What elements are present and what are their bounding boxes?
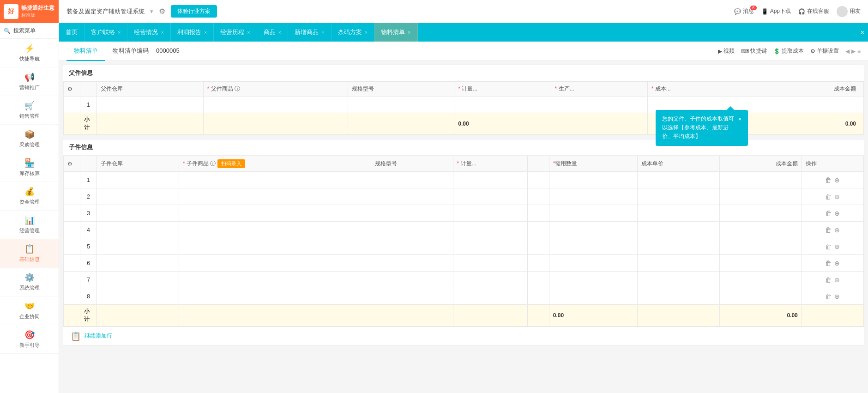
- copy-icon[interactable]: ⊕: [834, 260, 840, 267]
- copy-icon[interactable]: ⊕: [834, 193, 840, 200]
- child-quantity-cell[interactable]: [549, 288, 637, 305]
- search-menu-item[interactable]: 🔍 搜索菜单: [0, 23, 59, 39]
- child-spec-cell[interactable]: [371, 255, 453, 272]
- tab-bom-close[interactable]: ×: [408, 30, 410, 35]
- tab-barcode[interactable]: 条码方案 ×: [332, 23, 374, 42]
- child-spec-cell[interactable]: [371, 205, 453, 222]
- child-unit-cost-cell[interactable]: [637, 255, 719, 272]
- user-menu[interactable]: 用友: [837, 6, 861, 17]
- delete-icon[interactable]: 🗑: [825, 276, 832, 284]
- delete-icon[interactable]: 🗑: [825, 260, 832, 267]
- parent-unit-cell[interactable]: [454, 97, 551, 113]
- child-unit-cell[interactable]: [453, 222, 528, 238]
- delete-icon[interactable]: 🗑: [825, 243, 832, 250]
- child-unit-cell[interactable]: [453, 205, 528, 222]
- next-arrow[interactable]: ▶: [851, 48, 856, 54]
- tooltip-close-btn[interactable]: ×: [738, 115, 741, 124]
- child-quantity-cell[interactable]: [549, 205, 637, 222]
- copy-icon[interactable]: ⊕: [834, 276, 840, 284]
- copy-icon[interactable]: ⊕: [834, 176, 840, 184]
- tab-barcode-close[interactable]: ×: [365, 30, 368, 35]
- child-product-cell[interactable]: [179, 238, 371, 255]
- child-unit-cost-cell[interactable]: [637, 188, 719, 205]
- add-row-text[interactable]: 继续添加行: [84, 332, 112, 340]
- copy-icon[interactable]: ⊕: [834, 293, 840, 300]
- sidebar-item-inventory[interactable]: 🏪 库存核算: [0, 153, 59, 182]
- sidebar-item-guide[interactable]: 🎯 新手引导: [0, 325, 59, 354]
- child-spec-cell[interactable]: [371, 188, 453, 205]
- tab-process[interactable]: 经营历程 ×: [214, 23, 257, 42]
- child-product-cell[interactable]: [179, 172, 371, 188]
- child-warehouse-cell[interactable]: [97, 238, 179, 255]
- nav-tabs-end[interactable]: ×: [857, 23, 868, 42]
- child-product-cell[interactable]: [179, 272, 371, 288]
- child-warehouse-cell[interactable]: [97, 188, 179, 205]
- child-warehouse-cell[interactable]: [97, 172, 179, 188]
- child-quantity-cell[interactable]: [549, 222, 637, 238]
- tab-goods-close[interactable]: ×: [278, 30, 281, 35]
- settings-icon[interactable]: ⚙: [159, 7, 165, 16]
- child-product-cell[interactable]: [179, 255, 371, 272]
- sub-tab-bom-code[interactable]: 物料清单编码 0000005: [105, 42, 187, 61]
- sidebar-item-operations[interactable]: 📊 经营管理: [0, 211, 59, 239]
- child-quantity-cell[interactable]: [549, 272, 637, 288]
- doc-settings-btn[interactable]: ⚙ 单据设置: [810, 47, 839, 55]
- sidebar-item-quick-nav[interactable]: ⚡ 快捷导航: [0, 39, 59, 67]
- child-spec-cell[interactable]: [371, 172, 453, 188]
- child-unit-cell[interactable]: [453, 238, 528, 255]
- child-warehouse-cell[interactable]: [97, 288, 179, 305]
- child-product-cell[interactable]: [179, 205, 371, 222]
- sidebar-item-marketing[interactable]: 📢 营销推广: [0, 67, 59, 96]
- delete-icon[interactable]: 🗑: [825, 176, 832, 184]
- child-warehouse-cell[interactable]: [97, 272, 179, 288]
- child-product-cell[interactable]: [179, 188, 371, 205]
- list-icon[interactable]: ≡: [857, 48, 861, 54]
- sidebar-item-system[interactable]: ⚙️ 系统管理: [0, 268, 59, 296]
- tab-customers[interactable]: 客户联络 ×: [84, 23, 127, 42]
- tab-home[interactable]: 首页: [59, 23, 84, 42]
- child-unit-cell[interactable]: [453, 272, 528, 288]
- child-unit-cost-cell[interactable]: [637, 288, 719, 305]
- view-btn[interactable]: ▶ 视频: [718, 47, 735, 55]
- delete-icon[interactable]: 🗑: [825, 193, 832, 200]
- child-unit-cost-cell[interactable]: [637, 272, 719, 288]
- tab-operations-status[interactable]: 经营情况 ×: [127, 23, 170, 42]
- app-download-btn[interactable]: 📱 App下载: [761, 7, 791, 15]
- child-quantity-cell[interactable]: [549, 255, 637, 272]
- child-unit-cost-cell[interactable]: [637, 205, 719, 222]
- extract-cost-btn[interactable]: 💲 提取成本: [773, 47, 804, 55]
- tab-profit[interactable]: 利润报告 ×: [171, 23, 214, 42]
- sidebar-item-enterprise[interactable]: 🤝 企业协同: [0, 296, 59, 325]
- sidebar-item-purchase[interactable]: 📦 采购管理: [0, 125, 59, 153]
- parent-production-cell[interactable]: [551, 97, 647, 113]
- th-child-settings[interactable]: ⚙: [64, 156, 80, 172]
- tab-bom[interactable]: 物料清单 ×: [374, 23, 417, 42]
- child-unit-cell[interactable]: [453, 255, 528, 272]
- online-service-btn[interactable]: 🎧 在线客服: [798, 7, 829, 15]
- delete-icon[interactable]: 🗑: [825, 210, 832, 217]
- child-unit-cell[interactable]: [453, 288, 528, 305]
- tab-new-goods[interactable]: 新增商品 ×: [288, 23, 331, 42]
- tab-goods[interactable]: 商品 ×: [257, 23, 288, 42]
- copy-icon[interactable]: ⊕: [834, 210, 840, 217]
- dropdown-icon[interactable]: ▾: [150, 8, 153, 15]
- tab-process-close[interactable]: ×: [247, 30, 250, 35]
- delete-icon[interactable]: 🗑: [825, 226, 832, 234]
- child-quantity-cell[interactable]: [549, 238, 637, 255]
- parent-spec-cell[interactable]: [348, 97, 454, 113]
- child-product-cell[interactable]: [179, 288, 371, 305]
- sidebar-item-basic-info[interactable]: 📋 基础信息: [0, 239, 59, 268]
- child-unit-cost-cell[interactable]: [637, 172, 719, 188]
- parent-warehouse-cell[interactable]: [97, 97, 204, 113]
- copy-icon[interactable]: ⊕: [834, 243, 840, 250]
- tab-profit-close[interactable]: ×: [204, 30, 207, 35]
- child-warehouse-cell[interactable]: [97, 205, 179, 222]
- child-unit-cost-cell[interactable]: [637, 222, 719, 238]
- tab-operations-close[interactable]: ×: [161, 30, 163, 35]
- sidebar-item-finance[interactable]: 💰 资金管理: [0, 182, 59, 211]
- th-settings[interactable]: ⚙: [64, 82, 80, 97]
- parent-product-cell[interactable]: [203, 97, 348, 113]
- child-unit-cell[interactable]: [453, 172, 528, 188]
- sidebar-item-sales[interactable]: 🛒 销售管理: [0, 96, 59, 125]
- copy-icon[interactable]: ⊕: [834, 226, 840, 234]
